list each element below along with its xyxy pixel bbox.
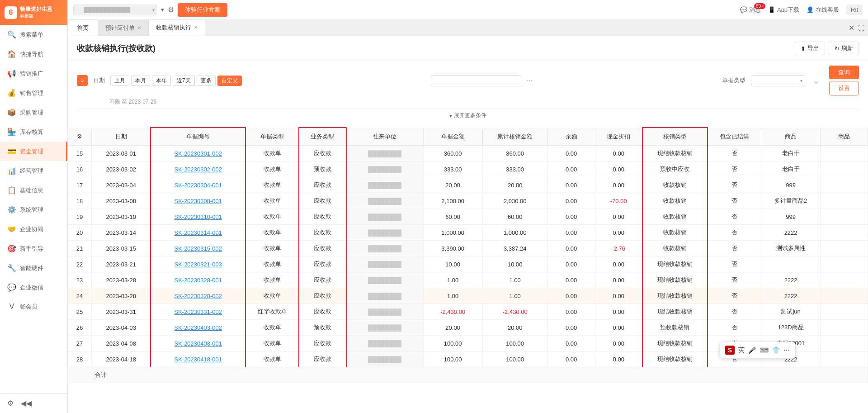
row-voucher-no[interactable]: SK-20230314-001 <box>151 225 245 241</box>
row-voucher-no[interactable]: SK-20230315-002 <box>151 241 245 256</box>
user-name: Rit <box>851 6 858 13</box>
counterpart-input[interactable] <box>431 75 521 86</box>
settings-bottom-icon[interactable]: ⚙ <box>7 399 14 408</box>
row-cash-discount: 0.00 <box>595 146 642 161</box>
date-filter-label: 日期 <box>93 76 105 85</box>
row-amount: 1.00 <box>423 288 482 304</box>
voucher-type-select[interactable] <box>751 75 805 86</box>
row-voucher-type: 收款单 <box>245 288 299 304</box>
row-number: 23 <box>68 272 91 288</box>
date-btn-custom[interactable]: 自定义 <box>217 76 242 86</box>
row-voucher-no[interactable]: SK-20230418-001 <box>151 351 245 367</box>
main-content: 收款核销执行(按收款) ⬆ 导出 ↻ 刷新 » 日期 上月 本月 本年 近7天 … <box>68 36 868 413</box>
row-product: 多计量商品2 <box>761 193 821 209</box>
close-receivable-tab-icon[interactable]: ✕ <box>137 25 141 30</box>
col-product: 商品 <box>761 128 821 146</box>
topbar-right: 💬 消息 99+ 📱 App下载 👤 在线客服 Rit <box>740 5 863 15</box>
sidebar-item-basic[interactable]: 📋 基础信息 <box>0 180 67 200</box>
settings-button[interactable]: 设置 <box>829 81 859 95</box>
date-btn-7days[interactable]: 近7天 <box>173 76 195 86</box>
col-offset-type: 核销类型 <box>642 128 708 146</box>
date-btn-this-year[interactable]: 本年 <box>152 76 171 86</box>
sidebar-item-inventory[interactable]: 🏪 库存核算 <box>0 122 67 142</box>
mic-icon[interactable]: 🎤 <box>748 347 756 354</box>
sidebar-item-label: 搜索菜单 <box>20 31 43 39</box>
row-number: 21 <box>68 241 91 256</box>
table-row: 262023-04-03SK-20230403-002收款单预收款███████… <box>68 320 868 336</box>
refresh-button[interactable]: ↻ 刷新 <box>829 42 859 55</box>
sidebar-item-operation[interactable]: 📊 经营管理 <box>0 161 67 180</box>
sidebar-item-enterprise[interactable]: 🤝 企业协同 <box>0 219 67 239</box>
sidebar-item-search[interactable]: 🔍 搜索菜单 <box>0 25 67 44</box>
collapse-icon[interactable]: ◀◀ <box>21 399 32 408</box>
date-btn-this-month[interactable]: 本月 <box>131 76 150 86</box>
row-voucher-no[interactable]: SK-20230328-001 <box>151 272 245 288</box>
row-voucher-no[interactable]: SK-20230310-001 <box>151 209 245 225</box>
row-voucher-no[interactable]: SK-20230308-001 <box>151 193 245 209</box>
topbar-chevron-icon[interactable]: ▾ <box>161 6 164 13</box>
fullscreen-icon[interactable]: ⛶ <box>858 24 864 32</box>
close-tab-icon[interactable]: ✕ <box>849 24 854 32</box>
query-button[interactable]: 查询 <box>829 66 859 79</box>
row-number: 26 <box>68 320 91 336</box>
row-product-img <box>821 146 868 161</box>
row-include-settled: 否 <box>708 304 761 320</box>
row-amount: 360.00 <box>423 146 482 161</box>
row-biz-type: 应收款 <box>299 256 346 272</box>
sidebar-item-guide[interactable]: 🎯 新手引导 <box>0 239 67 258</box>
row-offset-type: 现结收款核销 <box>642 304 708 320</box>
close-collection-tab-icon[interactable]: ✕ <box>194 25 198 30</box>
export-button[interactable]: ⬆ 导出 <box>795 42 825 55</box>
app-download-button[interactable]: 📱 App下载 <box>768 6 799 14</box>
row-voucher-no[interactable]: SK-20230331-002 <box>151 304 245 320</box>
sidebar-item-sales[interactable]: 💰 销售管理 <box>0 83 67 103</box>
col-gear[interactable]: ⚙ <box>68 128 91 146</box>
row-date: 2023-03-14 <box>91 225 151 241</box>
row-voucher-no[interactable]: SK-20230304-001 <box>151 177 245 193</box>
row-voucher-no[interactable]: SK-20230403-002 <box>151 320 245 336</box>
sidebar-item-finance[interactable]: 💳 资金管理 <box>0 142 67 161</box>
row-product: 老白干 <box>761 146 821 161</box>
more-icon[interactable]: ⋯ <box>783 347 790 354</box>
sidebar-item-wechat[interactable]: 💬 企业微信 <box>0 278 67 297</box>
table-container[interactable]: ⚙ 日期 单据编号 单据类型 业务类型 往来单位 单据金额 累计核销金额 余额 … <box>68 127 868 413</box>
expand-more-conditions-button[interactable]: ▾ 展开更多条件 <box>77 109 859 122</box>
counterpart-more-icon[interactable]: ··· <box>527 76 533 85</box>
date-btn-more[interactable]: 更多 <box>197 76 216 86</box>
row-amount: 333.00 <box>423 161 482 177</box>
home-icon: 🏠 <box>7 50 16 58</box>
row-voucher-no[interactable]: SK-20230328-002 <box>151 288 245 304</box>
account-selector[interactable] <box>73 5 157 15</box>
watermark-text: 英 <box>738 346 745 354</box>
row-voucher-type: 收款单 <box>245 351 299 367</box>
row-voucher-no[interactable]: SK-20230301-002 <box>151 146 245 161</box>
toggle-filter-button[interactable]: » <box>77 75 88 86</box>
sidebar-item-member[interactable]: V 畅会员 <box>0 297 67 316</box>
row-voucher-type: 红字收款单 <box>245 304 299 320</box>
row-voucher-no[interactable]: SK-20230302-002 <box>151 161 245 177</box>
row-offset-type: 现结收款核销 <box>642 288 708 304</box>
date-btn-last-month[interactable]: 上月 <box>110 76 129 86</box>
row-include-settled: 否 <box>708 177 761 193</box>
sidebar-item-hardware[interactable]: 🔧 智能硬件 <box>0 258 67 278</box>
row-voucher-no[interactable]: SK-20230321-003 <box>151 256 245 272</box>
message-button[interactable]: 💬 消息 99+ <box>740 6 761 14</box>
shirt-icon[interactable]: 👕 <box>772 347 780 354</box>
row-cum-offset: 10.00 <box>482 256 547 272</box>
topbar-gear-icon[interactable]: ⚙ <box>168 5 174 14</box>
row-voucher-no[interactable]: SK-20230408-001 <box>151 336 245 351</box>
sidebar-item-system[interactable]: ⚙️ 系统管理 <box>0 200 67 219</box>
user-menu[interactable]: Rit <box>846 5 863 15</box>
keyboard-icon[interactable]: ⌨ <box>760 347 769 354</box>
tab-collection[interactable]: 收款核销执行 ✕ <box>149 20 205 36</box>
row-counterpart: ████████ <box>346 161 423 177</box>
industry-solution-button[interactable]: 体验行业方案 <box>178 3 227 17</box>
tab-receivable-label: 预计应付单 <box>105 24 135 32</box>
online-service-button[interactable]: 👤 在线客服 <box>807 6 839 14</box>
sidebar-item-quicknav[interactable]: 🏠 快捷导航 <box>0 44 67 64</box>
sidebar-item-purchase[interactable]: 📦 采购管理 <box>0 103 67 122</box>
row-cash-discount: 0.00 <box>595 336 642 351</box>
tab-receivable[interactable]: 预计应付单 ✕ <box>98 20 149 36</box>
tab-home[interactable]: 首页 <box>68 20 98 36</box>
sidebar-item-marketing[interactable]: 📢 营销推广 <box>0 64 67 83</box>
